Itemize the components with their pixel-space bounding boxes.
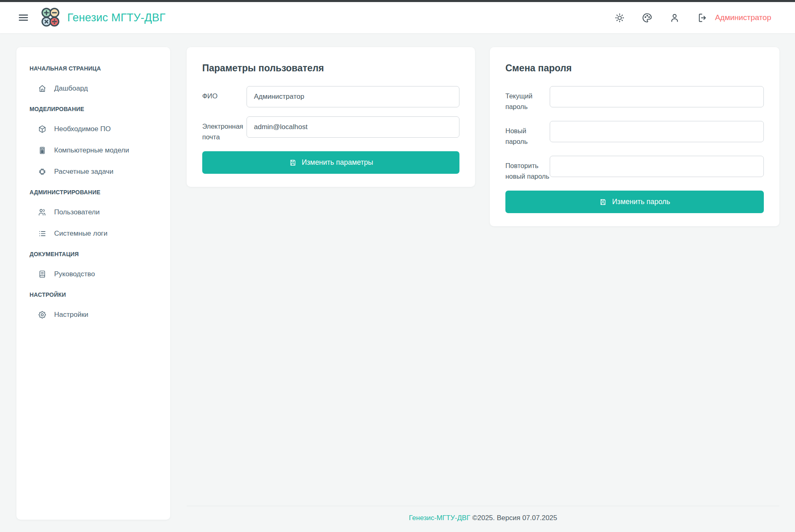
sidebar-item-manual[interactable]: Руководство	[26, 264, 160, 285]
page-layout: НАЧАЛЬНАЯ СТРАНИЦА ДашбоардМОДЕЛИРОВАНИЕ…	[0, 33, 795, 532]
sidebar-item-users[interactable]: Пользователи	[26, 202, 160, 223]
field-label: Повторить новый пароль	[505, 156, 550, 182]
field-label: Новый пароль	[505, 121, 550, 147]
sidebar-item-label: Компьютерные модели	[54, 146, 129, 155]
user-params-fields: ФИОЭлектронная почта	[202, 86, 459, 142]
sidebar-item-dashboard[interactable]: Дашбоард	[26, 78, 160, 99]
new-password-input[interactable]	[550, 121, 764, 142]
save-params-button[interactable]: Изменить параметры	[202, 151, 459, 174]
footer-meta: ©2025. Версия 07.07.2025	[472, 514, 557, 522]
footer-brand-link[interactable]: Генезис-МГТУ-ДВГ	[409, 514, 471, 522]
sidebar-section-label: ДОКУМЕНТАЦИЯ	[26, 244, 160, 264]
sidebar-section-label: НАЧАЛЬНАЯ СТРАНИЦА	[26, 59, 160, 78]
sun-icon	[614, 12, 625, 23]
gear-icon	[38, 310, 47, 319]
person-icon	[669, 12, 680, 23]
user-params-title: Параметры пользователя	[202, 63, 459, 74]
repeat-password-input[interactable]	[550, 156, 764, 177]
email-input[interactable]	[247, 116, 459, 138]
field-label: Текущий пароль	[505, 86, 550, 112]
save-icon	[289, 159, 297, 167]
sidebar-item-label: Расчетные задачи	[54, 168, 113, 176]
palette-button[interactable]	[642, 12, 653, 23]
sidebar-section-label: МОДЕЛИРОВАНИЕ	[26, 99, 160, 118]
sidebar-item-tasks[interactable]: Расчетные задачи	[26, 161, 160, 182]
profile-button[interactable]	[669, 12, 680, 23]
save-icon	[599, 198, 607, 206]
sidebar-item-label: Настройки	[54, 311, 88, 319]
main-content: Параметры пользователя ФИОЭлектронная по…	[187, 47, 779, 532]
current-password-input[interactable]	[550, 86, 764, 107]
field-label: ФИО	[202, 86, 247, 107]
theme-button[interactable]	[614, 12, 625, 23]
password-card: Смена пароля Текущий парольНовый парольП…	[490, 47, 779, 226]
change-password-button[interactable]: Изменить пароль	[505, 191, 764, 213]
sidebar-item-label: Руководство	[54, 270, 95, 278]
app-title: Генезис МГТУ-ДВГ	[67, 11, 166, 24]
user-params-card: Параметры пользователя ФИОЭлектронная по…	[187, 47, 475, 187]
logo-icon	[40, 7, 62, 28]
app-logo	[40, 7, 62, 28]
sidebar-section-label: АДМИНИСТРИРОВАНИЕ	[26, 182, 160, 202]
field-row: ФИО	[202, 86, 459, 107]
change-password-label: Изменить пароль	[612, 198, 670, 206]
app-header: Генезис МГТУ-ДВГ Администратор	[0, 2, 795, 33]
list-icon	[38, 229, 47, 238]
sidebar-nav: НАЧАЛЬНАЯ СТРАНИЦА ДашбоардМОДЕЛИРОВАНИЕ…	[26, 59, 160, 325]
calculator-icon	[38, 146, 47, 155]
users-icon	[38, 208, 47, 217]
field-label: Электронная почта	[202, 116, 247, 142]
sidebar-item-logs[interactable]: Системные логи	[26, 223, 160, 244]
sidebar-item-label: Дашбоард	[54, 84, 88, 93]
logout-icon	[697, 12, 708, 23]
sidebar-item-settings[interactable]: Настройки	[26, 304, 160, 325]
password-card-title: Смена пароля	[505, 63, 764, 74]
field-row: Повторить новый пароль	[505, 156, 764, 182]
field-row: Электронная почта	[202, 116, 459, 142]
sidebar-item-label: Пользователи	[54, 208, 100, 216]
footer: Генезис-МГТУ-ДВГ ©2025. Версия 07.07.202…	[187, 506, 779, 532]
sidebar-item-models[interactable]: Компьютерные модели	[26, 140, 160, 161]
sidebar: НАЧАЛЬНАЯ СТРАНИЦА ДашбоардМОДЕЛИРОВАНИЕ…	[16, 47, 170, 520]
sidebar-item-label: Системные логи	[54, 230, 107, 238]
sidebar-item-label: Необходимое ПО	[54, 125, 111, 133]
save-params-label: Изменить параметры	[302, 158, 373, 167]
current-user-label[interactable]: Администратор	[715, 13, 771, 22]
menu-icon	[17, 11, 30, 24]
home-icon	[38, 84, 47, 93]
logout-button[interactable]	[697, 12, 708, 23]
menu-button[interactable]	[16, 11, 30, 25]
package-icon	[38, 125, 47, 134]
sidebar-section-label: НАСТРОЙКИ	[26, 285, 160, 304]
palette-icon	[642, 12, 653, 23]
password-fields: Текущий парольНовый парольПовторить новы…	[505, 86, 764, 182]
sidebar-item-software[interactable]: Необходимое ПО	[26, 118, 160, 140]
fio-input[interactable]	[247, 86, 459, 107]
book-icon	[38, 270, 47, 279]
field-row: Новый пароль	[505, 121, 764, 147]
cpu-icon	[38, 167, 47, 176]
field-row: Текущий пароль	[505, 86, 764, 112]
